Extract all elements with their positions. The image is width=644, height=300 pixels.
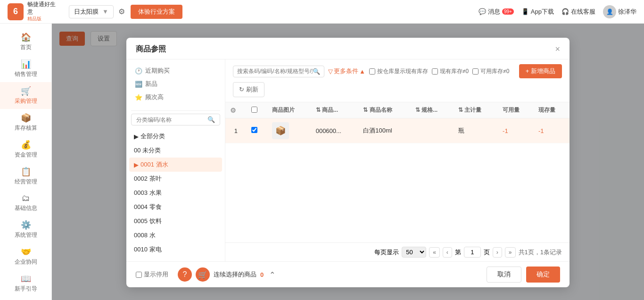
modal-close-button[interactable]: × [555,44,560,54]
add-product-button[interactable]: + 新增商品 [519,64,562,78]
col-spec[interactable]: ⇅ 规格... [411,102,454,118]
per-page-select[interactable]: 50 10 20 100 [402,247,426,258]
row-name: 白酒100ml [358,118,410,143]
col-unit[interactable]: ⇅ 主计量 [454,102,498,118]
sidebar-label-guide: 新手引导 [15,285,37,293]
modal-body: 🕐 近期购买 🆕 新品 ⭐ 频次高 [126,59,570,261]
col-img: 商品图片 [267,102,311,118]
online-service-item[interactable]: 🎧 在线客服 [561,8,595,16]
row-num: 1 [225,118,247,143]
first-page-button[interactable]: « [429,247,440,258]
confirm-button[interactable]: 确定 [526,267,560,283]
category-search-input[interactable] [136,117,207,123]
sidebar-item-basic[interactable]: 🗂 基础信息 [0,190,51,216]
settings-icon[interactable]: ⚙ [230,107,236,114]
check-available-ne0[interactable] [472,68,479,75]
filter-icon: ▽ [328,68,333,75]
product-search-icon: 🔍 [313,68,320,75]
category-all[interactable]: ▶ 全部分类 [129,129,222,143]
logo-badge: 精品版 [27,16,59,22]
category-0003[interactable]: 0003 水果 [129,186,222,200]
col-unit-sort-icon: ⇅ [458,107,463,113]
shortcut-frequent-label: 频次高 [145,93,164,101]
cancel-button[interactable]: 取消 [487,267,521,283]
category-0001[interactable]: ▶ 0001 酒水 [129,158,222,172]
check-warehouse[interactable] [369,68,375,75]
message-item[interactable]: 💬 消息 99+ [479,8,514,16]
category-0004[interactable]: 0004 零食 [129,200,222,214]
sidebar-label-inventory: 库存核算 [15,124,37,132]
prev-page-button[interactable]: ‹ [443,247,452,258]
show-disabled-label[interactable]: 显示停用 [136,270,168,279]
clock-icon: 🕐 [135,67,142,75]
sidebar-item-system[interactable]: ⚙️ 系统管理 [0,216,51,243]
sidebar-item-home[interactable]: 🏠 首页 [0,28,51,55]
shortcut-recent-label: 近期购买 [145,67,170,75]
col-name[interactable]: ⇅ 商品名称 [358,102,410,118]
app-download-item[interactable]: 📱 App下载 [521,8,554,16]
product-search-input[interactable] [237,68,313,75]
right-panel: 🔍 ▽ 更多条件 ▲ 按仓库显示现有库存 [225,59,570,261]
cat-0010-label: 0010 家电 [134,245,162,254]
sidebar-item-apps[interactable]: 🖥 应用中心 [0,297,51,300]
purchase-icon: 🛒 [21,86,31,96]
category-0002[interactable]: 0002 茶叶 [129,172,222,186]
refresh-button[interactable]: ↻ 刷新 [233,82,264,97]
sidebar-item-inventory[interactable]: 📦 库存核算 [0,109,51,136]
user-item[interactable]: 👤 徐泽华 [603,5,636,18]
sidebar-item-management[interactable]: 📋 经营管理 [0,163,51,190]
product-thumbnail: 📦 [272,122,289,139]
nav-dropdown-arrow-icon: ▼ [102,8,108,15]
show-disabled-checkbox[interactable] [136,272,142,278]
row-code: 000600... [311,118,359,143]
category-search-box[interactable]: 🔍 [131,114,220,125]
shortcuts-section: 🕐 近期购买 🆕 新品 ⭐ 频次高 [126,64,225,104]
check-stock-ne0[interactable] [432,68,438,75]
sidebar-item-enterprise[interactable]: 🤝 企业协同 [0,243,51,270]
category-0005[interactable]: 0005 饮料 [129,214,222,228]
table-row[interactable]: 1 📦 000600... 白酒100ml 瓶 [225,118,570,143]
exp-btn[interactable]: 体验行业方案 [131,5,182,19]
col-checkbox [247,102,268,118]
shortcut-new[interactable]: 🆕 新品 [131,77,220,91]
product-reference-modal: 商品参照 × 🕐 近期购买 🆕 [126,38,570,287]
row-unit: 瓶 [454,118,498,143]
page-suffix: 页 [484,248,490,257]
next-page-button[interactable]: › [493,247,502,258]
row-checkbox-cell [247,118,268,143]
modal-footer: 显示停用 ? 🛒 连续选择的商品 0 ⌃ 取消 确定 [126,261,570,287]
sidebar-item-sales[interactable]: 📊 销售管理 [0,55,51,82]
select-all-checkbox[interactable] [251,107,257,113]
sidebar-label-management: 经营管理 [15,178,37,186]
new-icon: 🆕 [135,81,142,88]
page-number-input[interactable] [464,247,481,258]
check-available-ne0-label[interactable]: 可用库存≠0 [472,67,509,75]
app-icon: 📱 [521,8,529,15]
finance-icon: 💰 [21,140,31,150]
sidebar-item-guide[interactable]: 📖 新手引导 [0,270,51,297]
product-search-box[interactable]: 🔍 [233,66,324,77]
category-0010[interactable]: 0010 家电 [129,242,222,257]
check-warehouse-label[interactable]: 按仓库显示现有库存 [369,67,428,75]
inventory-icon: 📦 [21,113,31,123]
sidebar-item-finance[interactable]: 💰 资金管理 [0,136,51,163]
shortcut-frequent[interactable]: ⭐ 频次高 [131,91,220,104]
cart-button[interactable]: 🛒 [196,267,210,282]
sidebar-item-purchase[interactable]: 🛒 采购管理 [0,82,51,109]
last-page-button[interactable]: » [505,247,516,258]
modal-overlay: 商品参照 × 🕐 近期购买 🆕 [52,24,644,300]
nav-dropdown[interactable]: 日太阳膜 ▼ [69,5,114,18]
sales-icon: 📊 [21,59,31,69]
shortcut-recent[interactable]: 🕐 近期购买 [131,64,220,77]
more-filters-button[interactable]: ▽ 更多条件 ▲ [328,67,365,75]
headset-icon: 🎧 [561,8,569,15]
filter-bar: 🔍 ▽ 更多条件 ▲ 按仓库显示现有库存 [225,59,570,102]
check-stock-ne0-label[interactable]: 现有库存≠0 [432,67,469,75]
category-00[interactable]: 00 未分类 [129,143,222,158]
collapse-arrow-icon[interactable]: ⌃ [269,270,275,279]
help-button[interactable]: ? [178,267,192,282]
gear-button[interactable]: ⚙ [118,7,125,16]
row-checkbox[interactable] [251,127,257,133]
col-code[interactable]: ⇅ 商品... [311,102,359,118]
category-0008[interactable]: 0008 水 [129,228,222,242]
